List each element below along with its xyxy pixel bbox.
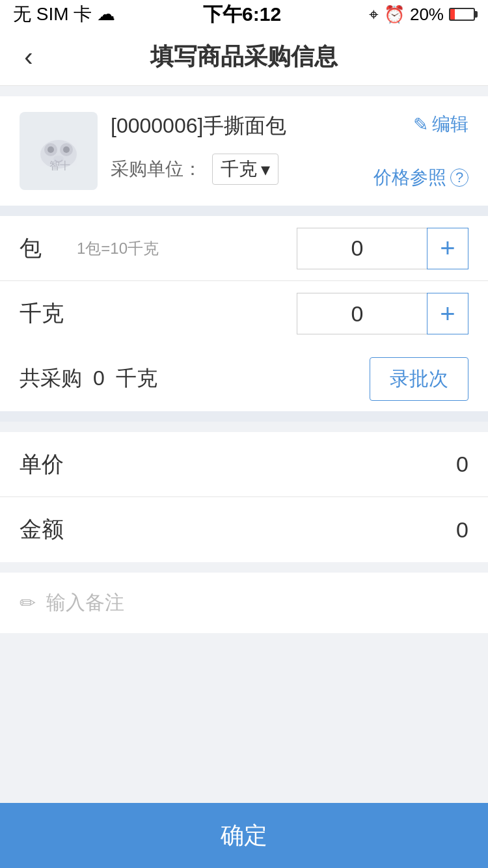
record-batch-button[interactable]: 录批次	[370, 357, 468, 401]
summary-text: 共采购 0 千克	[20, 364, 370, 393]
price-ref-button[interactable]: 价格参照 ?	[373, 165, 468, 190]
price-ref-label: 价格参照	[373, 165, 446, 190]
bag-input-control: +	[297, 228, 468, 269]
battery-percent: 20%	[410, 5, 444, 25]
status-time: 下午6:12	[203, 1, 281, 28]
pencil-icon: ✏	[20, 591, 36, 614]
kg-quantity-input[interactable]	[297, 293, 427, 334]
location-icon: ⌖	[369, 5, 379, 25]
nav-bar: ‹ 填写商品采购信息	[0, 29, 488, 86]
product-card: 智十 [0000006]手撕面包 采购单位： 千克 ▾ ✎ 编辑 价格参照 ?	[0, 96, 488, 206]
edit-button[interactable]: ✎ 编辑	[413, 112, 468, 137]
summary-row: 共采购 0 千克 录批次	[0, 346, 488, 411]
bag-label: 包	[20, 234, 72, 264]
unit-price-label: 单价	[20, 450, 456, 480]
section-divider-2	[0, 411, 488, 422]
unit-price-row: 单价 0	[0, 432, 488, 497]
summary-prefix: 共采购	[20, 366, 82, 390]
kg-input-control: +	[297, 293, 468, 334]
amount-row: 金额 0	[0, 497, 488, 562]
notes-section[interactable]: ✏ 输入备注	[0, 573, 488, 633]
amount-value: 0	[456, 517, 468, 543]
unit-label: 采购单位：	[111, 157, 202, 182]
svg-point-3	[47, 146, 54, 153]
kg-input-row: 千克 +	[0, 281, 488, 346]
kg-plus-button[interactable]: +	[427, 293, 468, 334]
status-right: ⌖ ⏰ 20%	[369, 5, 475, 25]
summary-unit: 千克	[116, 366, 157, 390]
summary-amount: 0	[93, 366, 105, 390]
unit-select[interactable]: 千克 ▾	[212, 154, 278, 185]
confirm-button[interactable]: 确定	[0, 803, 488, 868]
edit-label: 编辑	[432, 112, 468, 137]
input-section: 包 1包=10千克 + 千克 +	[0, 216, 488, 346]
svg-point-4	[63, 146, 70, 153]
price-section: 单价 0 金额 0	[0, 432, 488, 562]
product-image: 智十	[20, 112, 98, 190]
svg-text:智十: 智十	[49, 160, 70, 170]
alarm-icon: ⏰	[384, 5, 405, 25]
section-divider-1	[0, 206, 488, 216]
help-icon: ?	[450, 169, 468, 187]
kg-label: 千克	[20, 299, 72, 329]
bag-plus-button[interactable]: +	[427, 228, 468, 269]
notes-placeholder: 输入备注	[46, 590, 124, 616]
unit-value: 千克	[221, 157, 257, 182]
status-bar: 无 SIM 卡 ☁ 下午6:12 ⌖ ⏰ 20%	[0, 0, 488, 29]
edit-icon: ✎	[413, 114, 428, 135]
bag-input-row: 包 1包=10千克 +	[0, 216, 488, 281]
sim-signal: 无 SIM 卡 ☁	[13, 2, 115, 27]
dropdown-icon: ▾	[261, 159, 270, 180]
product-logo: 智十	[33, 131, 85, 170]
unit-price-value: 0	[456, 452, 468, 477]
status-left: 无 SIM 卡 ☁	[13, 2, 115, 27]
back-button[interactable]: ‹	[0, 29, 57, 86]
bag-sub-label: 1包=10千克	[77, 238, 297, 259]
amount-label: 金额	[20, 515, 456, 545]
battery-icon	[449, 8, 475, 21]
bag-quantity-input[interactable]	[297, 228, 427, 269]
page-title: 填写商品采购信息	[150, 41, 338, 73]
bottom-space	[0, 633, 488, 803]
